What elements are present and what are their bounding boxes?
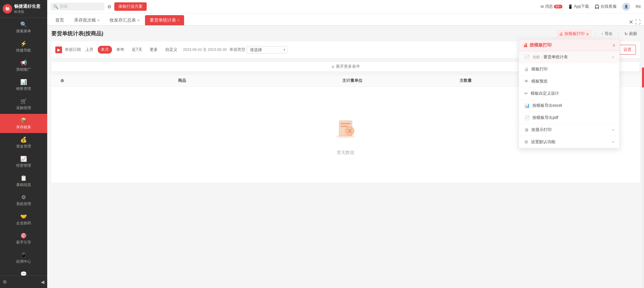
sidebar-item-sales[interactable]: 📊 销售管理 [0, 75, 47, 95]
sidebar-item-system[interactable]: ⚙ 系统管理 [0, 191, 47, 210]
print-dropdown-panel: 🖨 按模板打印 ∧ 📄 当前：要货单统计表 ▾ 🖨 [519, 39, 620, 149]
page-title-bar: 要货单统计表(按商品) 🖨 按模板打印 ∧ | ↑ 导出 | ↻ 刷新 [51, 30, 640, 38]
tab-home-label: 首页 [55, 17, 64, 23]
date-btn-this-month[interactable]: 本月 [98, 46, 112, 54]
sidebar-item-inventory-label: 库存核算 [16, 125, 31, 130]
refresh-btn[interactable]: ↻ 刷新 [622, 30, 640, 38]
svg-rect-3 [341, 126, 348, 127]
sidebar-item-search[interactable]: 🔍 搜索菜单 [0, 18, 47, 37]
template-print-icon: 🖨 [524, 67, 529, 72]
sales-icon: 📊 [20, 79, 27, 85]
main-area: 🔍 搜索 ⚙ 体验行业方案 ✉ 消息 99+ 📱 App下载 🎧 在线客服 👤 … [47, 0, 644, 288]
dropdown-item-template-custom-label: 模板自定义设计 [531, 91, 614, 96]
sidebar-item-marketing[interactable]: 📢 营销推广 [0, 56, 47, 75]
tab-summary-close[interactable]: × [137, 18, 139, 22]
print-btn-label: 按模板打印 [564, 31, 585, 37]
topbar-right: ✉ 消息 99+ 📱 App下载 🎧 在线客服 👤 Rit [540, 3, 641, 11]
logo-icon: 畅 [3, 4, 12, 13]
search-nav-icon: 🔍 [20, 21, 27, 28]
sidebar-item-collab[interactable]: 🤝 企业协同 [0, 210, 47, 229]
date-btn-last-month[interactable]: 上月 [82, 46, 96, 54]
dropdown-item-template-print[interactable]: 🖨 模板打印 [519, 63, 619, 75]
user-avatar[interactable]: 👤 [622, 3, 630, 11]
message-item[interactable]: ✉ 消息 99+ [540, 4, 562, 9]
dropdown-header: 🖨 按模板打印 ∧ [519, 39, 619, 51]
sidebar-item-finance[interactable]: 💰 资金管理 [0, 133, 47, 152]
headset-icon: 🎧 [594, 4, 599, 9]
topbar-gear-icon[interactable]: ⚙ [107, 4, 112, 9]
sidebar-item-appstore[interactable]: 📱 应用中心 [0, 248, 47, 267]
sidebar-item-purchase[interactable]: 🛒 采购管理 [0, 95, 47, 114]
expand-more-label: 展开更多条件 [336, 64, 360, 69]
avatar-icon: 👤 [624, 5, 628, 8]
tab-inventory-batch[interactable]: 库存批次账 × [69, 15, 104, 25]
type-select[interactable]: 请选择 [247, 46, 287, 54]
date-btn-more[interactable]: 更多 [147, 46, 161, 54]
purchase-icon: 🛒 [20, 98, 27, 104]
export-btn[interactable]: ↑ 导出 [598, 30, 615, 38]
dropdown-item-template-preview[interactable]: 👁 模板预览 [519, 75, 619, 88]
sidebar-item-wechat[interactable]: 💬 企业微信 [0, 267, 47, 276]
sidebar-item-search-label: 搜索菜单 [16, 29, 31, 34]
sidebar-item-inventory[interactable]: 📦 库存核算 [0, 114, 47, 133]
date-btn-7days[interactable]: 近7天 [129, 46, 145, 54]
tab-summary-label: 收发存汇总表 [110, 17, 136, 23]
tab-summary[interactable]: 收发存汇总表 × [105, 15, 144, 25]
company-name: 畅捷通好生意 [14, 3, 40, 9]
collapse-icon[interactable]: ◀ [41, 279, 45, 285]
date-btn-this-year[interactable]: 本年 [113, 46, 127, 54]
tab-inventory-batch-close[interactable]: × [97, 18, 99, 22]
sidebar-item-collab-label: 企业协同 [16, 221, 31, 226]
sidebar-item-marketing-label: 营销推广 [16, 67, 31, 72]
setting-btn[interactable]: 设置 [619, 45, 636, 55]
app-download-item[interactable]: 📱 App下载 [568, 4, 589, 9]
th-product: 商品 [69, 78, 296, 84]
current-prefix: 当前： [532, 55, 544, 59]
message-icon: ✉ [540, 4, 544, 9]
refresh-btn-label: 刷新 [629, 31, 637, 37]
sidebar-item-quick-nav[interactable]: ⚡ 快捷导航 [0, 37, 47, 56]
topbar-search[interactable]: 🔍 搜索 [51, 3, 105, 10]
tab-inventory-batch-label: 库存批次账 [74, 17, 96, 23]
sidebar-item-basic[interactable]: 📋 基础信息 [0, 171, 47, 191]
set-default-icon: ⚙ [524, 139, 528, 145]
tab-order-stats[interactable]: 要货单统计表 × [145, 15, 184, 25]
dropdown-item-template-preview-label: 模板预览 [531, 78, 614, 84]
sidebar-item-finance-label: 资金管理 [16, 144, 31, 149]
sidebar-item-newbie[interactable]: 🎯 新手引导 [0, 229, 47, 248]
online-service-item[interactable]: 🎧 在线客服 [594, 4, 617, 9]
industry-btn[interactable]: 体验行业方案 [114, 2, 147, 11]
dropdown-item-template-custom[interactable]: ✏ 模板自定义设计 [519, 88, 619, 100]
dropdown-item-set-default[interactable]: ⚙ 设置默认功能 ▾ [519, 136, 619, 148]
dropdown-item-display-print[interactable]: 🖥 按显示打印 ▾ [519, 124, 619, 136]
username-label: Rit [636, 4, 641, 9]
current-template-icon: 📄 [524, 55, 530, 60]
maximize-icon[interactable]: ⛶ [635, 19, 641, 25]
settings-bottom-icon[interactable]: ⚙ [3, 279, 7, 285]
app-logo: 畅 畅捷通好生意 标准版 [0, 0, 47, 18]
close-all-tabs-icon[interactable]: ✕ [629, 19, 633, 25]
th-settings[interactable]: ⚙ [55, 78, 69, 83]
th-quantity: 主数量 [409, 78, 522, 84]
dropdown-item-template-pdf[interactable]: 📄 按模板导出pdf [519, 112, 619, 124]
right-scrollbar[interactable] [642, 67, 644, 288]
collab-icon: 🤝 [20, 213, 27, 220]
tab-order-stats-close[interactable]: × [177, 18, 179, 22]
dropdown-item-current[interactable]: 📄 当前：要货单统计表 ▾ [519, 51, 619, 63]
export-btn-label: 导出 [605, 31, 613, 37]
sidebar-item-newbie-label: 新手引导 [16, 240, 31, 245]
app-download-label: App下载 [574, 4, 589, 9]
print-btn[interactable]: 🖨 按模板打印 ∧ [556, 30, 592, 38]
date-btn-custom[interactable]: 自定义 [162, 46, 180, 54]
dropdown-close-btn[interactable]: ∧ [612, 43, 615, 47]
filter-expand-btn[interactable]: ▶ [55, 46, 62, 53]
date-filter-label: 单据日期 [65, 47, 81, 53]
tab-home[interactable]: 首页 [51, 15, 69, 25]
sidebar-item-appstore-label: 应用中心 [16, 259, 31, 264]
dropdown-item-template-excel[interactable]: 📊 按模板导出excel [519, 100, 619, 112]
right-scrollbar-thumb [642, 67, 644, 88]
type-filter-label: 单据类型 [229, 47, 245, 53]
sidebar-item-operations[interactable]: 📈 经营管理 [0, 152, 47, 171]
dropdown-header-left: 🖨 按模板打印 [523, 42, 552, 48]
display-print-icon: 🖥 [524, 127, 529, 132]
